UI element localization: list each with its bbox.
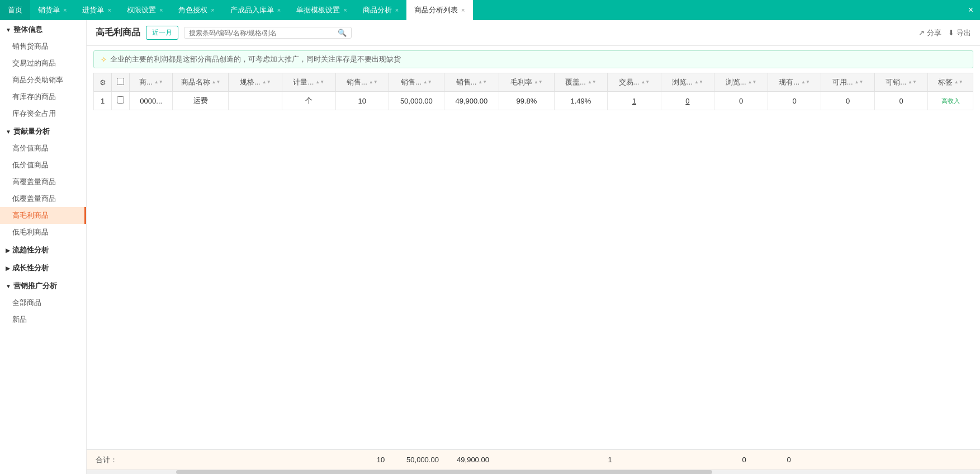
row-unit: 个 <box>282 92 335 110</box>
data-table: ⚙ 商... ▲▼ 商品名称 <box>93 73 973 110</box>
col-tag[interactable]: 标签 ▲▼ <box>928 73 973 92</box>
main-layout: « ▼ 整体信息 销售货商品 交易过的商品 商品分类助销率 有库存的商品 库存资… <box>0 20 980 474</box>
browse1-sort-icon: ▲▼ <box>694 80 703 85</box>
sidebar-group-contribution[interactable]: ▼ 贡献量分析 <box>0 122 86 140</box>
col-settings[interactable]: ⚙ <box>94 73 112 92</box>
sidebar-item-high-margin[interactable]: 高毛利商品 <box>0 207 86 224</box>
sidebar-item-low-value[interactable]: 低价值商品 <box>0 157 86 173</box>
row-tag: 高收入 <box>928 92 973 110</box>
row-sales-cost: 49,900.00 <box>444 92 499 110</box>
export-button[interactable]: ⬇ 导出 <box>948 28 971 38</box>
close-sales-tab[interactable]: × <box>63 7 67 13</box>
nav-permission[interactable]: 权限设置 × <box>119 0 171 20</box>
col-unit[interactable]: 计量... ▲▼ <box>282 73 335 92</box>
col-gross-margin[interactable]: 毛利率 ▲▼ <box>499 73 555 92</box>
growth-arrow-icon: ▶ <box>6 265 10 271</box>
nav-purchase[interactable]: 进货单 × <box>74 0 119 20</box>
sidebar-item-in-stock[interactable]: 有库存的商品 <box>0 88 86 105</box>
nav-product-entry[interactable]: 产成品入库单 × <box>222 0 288 20</box>
row-code[interactable]: 0000... <box>130 92 173 110</box>
page-title: 高毛利商品 <box>96 27 140 39</box>
col-coverage[interactable]: 覆盖... ▲▼ <box>554 73 608 92</box>
table-wrapper[interactable]: ⚙ 商... ▲▼ 商品名称 <box>87 73 980 449</box>
search-box[interactable]: 🔍 <box>184 27 352 39</box>
nav-product-analysis-list[interactable]: 商品分析列表 × <box>406 0 472 20</box>
close-all-tabs[interactable]: × <box>962 5 980 15</box>
transaction-sort-icon: ▲▼ <box>641 80 650 85</box>
nav-sales[interactable]: 销货单 × <box>30 0 74 20</box>
coverage-sort-icon: ▲▼ <box>588 80 596 85</box>
close-template-tab[interactable]: × <box>343 7 347 13</box>
col-sales-cost[interactable]: 销售... ▲▼ <box>444 73 499 92</box>
col-spec[interactable]: 规格... ▲▼ <box>229 73 282 92</box>
footer-current-stock: 0 <box>722 456 766 464</box>
sidebar-item-high-coverage[interactable]: 高覆盖量商品 <box>0 173 86 190</box>
close-product-entry-tab[interactable]: × <box>277 7 281 13</box>
sidebar-group-growth[interactable]: ▶ 成长性分析 <box>0 259 86 276</box>
nav-product-analysis[interactable]: 商品分析 × <box>355 0 406 20</box>
browse2-sort-icon: ▲▼ <box>748 80 757 85</box>
close-product-analysis-list-tab[interactable]: × <box>461 7 465 13</box>
close-permission-tab[interactable]: × <box>159 7 163 13</box>
search-input[interactable] <box>189 29 338 37</box>
footer-label: 合计： <box>96 455 129 465</box>
settings-icon[interactable]: ⚙ <box>100 78 106 87</box>
footer-sales-cost: 49,900.00 <box>448 456 498 464</box>
row-checkbox[interactable] <box>112 92 130 110</box>
col-browse2[interactable]: 浏览... ▲▼ <box>714 73 768 92</box>
col-name[interactable]: 商品名称 ▲▼ <box>173 73 229 92</box>
share-button[interactable]: ↗ 分享 <box>919 28 941 38</box>
row-spec <box>229 92 282 110</box>
sidebar-item-all-goods[interactable]: 全部商品 <box>0 294 86 311</box>
col-available[interactable]: 可用... ▲▼ <box>821 73 875 92</box>
name-sort-icon: ▲▼ <box>212 80 221 85</box>
contribution-arrow-icon: ▼ <box>6 129 11 135</box>
export-icon: ⬇ <box>948 29 954 37</box>
row-sales-qty: 10 <box>335 92 389 110</box>
col-code[interactable]: 商... ▲▼ <box>130 73 173 92</box>
col-sales-qty[interactable]: 销售... ▲▼ <box>335 73 389 92</box>
close-role-tab[interactable]: × <box>211 7 214 13</box>
sidebar-collapse-button[interactable]: « <box>86 236 87 259</box>
col-transaction[interactable]: 交易... ▲▼ <box>608 73 661 92</box>
footer-sales-amount: 50,000.00 <box>397 456 448 464</box>
nav-home[interactable]: 首页 <box>0 0 30 20</box>
row-name: 运费 <box>173 92 229 110</box>
nav-template[interactable]: 单据模板设置 × <box>288 0 354 20</box>
sidebar-item-category-rate[interactable]: 商品分类助销率 <box>0 72 86 88</box>
col-sales-amount[interactable]: 销售... ▲▼ <box>389 73 444 92</box>
code-sort-icon: ▲▼ <box>154 80 163 85</box>
close-purchase-tab[interactable]: × <box>107 7 111 13</box>
sidebar-item-high-value[interactable]: 高价值商品 <box>0 140 86 157</box>
sidebar-group-trend[interactable]: ▶ 流趋性分析 <box>0 241 86 259</box>
row-sales-amount: 50,000.00 <box>389 92 444 110</box>
col-current-stock[interactable]: 现有... ▲▼ <box>768 73 821 92</box>
row-transaction[interactable]: 1 <box>608 92 661 110</box>
row-browse2: 0 <box>714 92 768 110</box>
col-sellable[interactable]: 可销... ▲▼ <box>874 73 928 92</box>
sidebar-group-overall[interactable]: ▼ 整体信息 <box>0 20 86 38</box>
bottom-scrollbar[interactable] <box>87 470 980 474</box>
search-icon[interactable]: 🔍 <box>338 29 347 37</box>
row-browse1[interactable]: 0 <box>661 92 714 110</box>
sidebar: « ▼ 整体信息 销售货商品 交易过的商品 商品分类助销率 有库存的商品 库存资… <box>0 20 87 474</box>
sidebar-item-new-goods[interactable]: 新品 <box>0 311 86 328</box>
sidebar-item-traded-goods[interactable]: 交易过的商品 <box>0 55 86 72</box>
tip-icon: ✧ <box>101 55 107 64</box>
select-all-checkbox[interactable] <box>117 78 124 85</box>
sidebar-group-marketing[interactable]: ▼ 营销推广分析 <box>0 276 86 294</box>
nav-role[interactable]: 角色授权 × <box>171 0 222 20</box>
unit-sort-icon: ▲▼ <box>315 80 324 85</box>
sidebar-item-low-margin[interactable]: 低毛利商品 <box>0 224 86 241</box>
sales-cost-sort-icon: ▲▼ <box>478 80 487 85</box>
sidebar-item-stock-capital[interactable]: 库存资金占用 <box>0 105 86 122</box>
row-select-checkbox[interactable] <box>117 96 124 104</box>
filter-recent-month-button[interactable]: 近一月 <box>146 26 178 40</box>
sidebar-item-low-coverage[interactable]: 低覆盖量商品 <box>0 190 86 207</box>
table-row: 1 0000... 运费 个 10 50,000.00 49,900.00 99… <box>94 92 973 110</box>
col-checkbox[interactable] <box>112 73 130 92</box>
sidebar-item-sales-goods[interactable]: 销售货商品 <box>0 38 86 55</box>
footer-transaction: 1 <box>588 456 632 464</box>
col-browse1[interactable]: 浏览... ▲▼ <box>661 73 714 92</box>
close-product-analysis-tab[interactable]: × <box>395 7 399 13</box>
